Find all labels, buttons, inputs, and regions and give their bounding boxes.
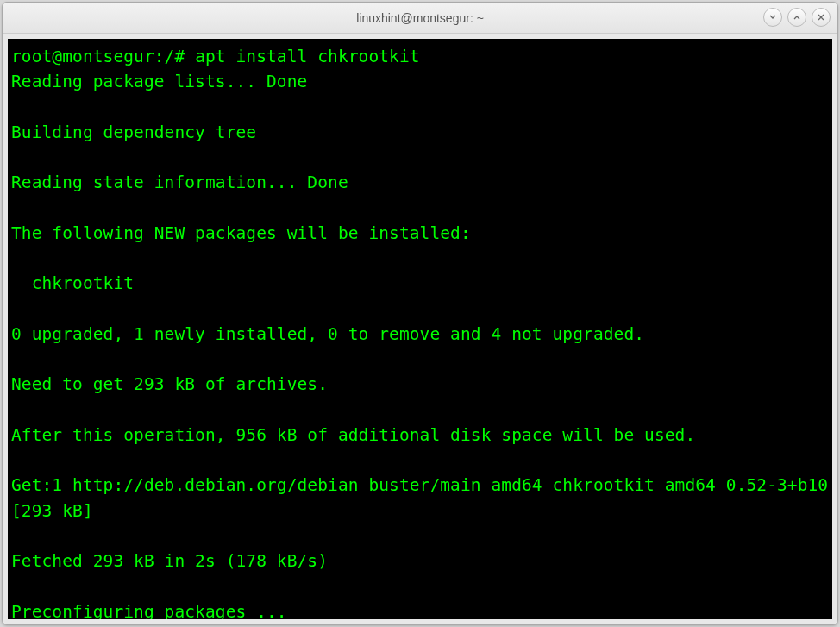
output-line: Building dependency tree xyxy=(11,120,829,145)
terminal-area[interactable]: root@montsegur:/# apt install chkrootkit… xyxy=(8,39,832,619)
output-line: Reading state information... Done xyxy=(11,170,829,195)
output-line: Fetched 293 kB in 2s (178 kB/s) xyxy=(11,549,829,574)
output-line: After this operation, 956 kB of addition… xyxy=(11,423,829,448)
minimize-icon xyxy=(768,13,777,22)
output-line: Reading package lists... Done xyxy=(11,69,829,94)
minimize-button[interactable] xyxy=(763,8,782,27)
titlebar[interactable]: linuxhint@montsegur: ~ xyxy=(3,3,837,34)
prompt-line-1: root@montsegur:/# apt install chkrootkit xyxy=(11,47,420,66)
window-title: linuxhint@montsegur: ~ xyxy=(356,11,484,25)
shell-prompt: root@montsegur:/# xyxy=(11,47,195,66)
terminal-window: linuxhint@montsegur: ~ root@montsegur:/#… xyxy=(2,2,838,625)
output-line: Preconfiguring packages ... xyxy=(11,599,829,620)
window-controls xyxy=(763,8,831,27)
output-line: The following NEW packages will be insta… xyxy=(11,221,829,246)
output-line: 0 upgraded, 1 newly installed, 0 to remo… xyxy=(11,322,829,347)
output-line: Get:1 http://deb.debian.org/debian buste… xyxy=(11,473,829,524)
output-line: Need to get 293 kB of archives. xyxy=(11,372,829,397)
command-text: apt install chkrootkit xyxy=(195,47,419,66)
maximize-button[interactable] xyxy=(787,8,806,27)
output-line: chkrootkit xyxy=(11,271,829,296)
close-button[interactable] xyxy=(812,8,831,27)
maximize-icon xyxy=(793,13,801,22)
close-icon xyxy=(817,13,825,22)
